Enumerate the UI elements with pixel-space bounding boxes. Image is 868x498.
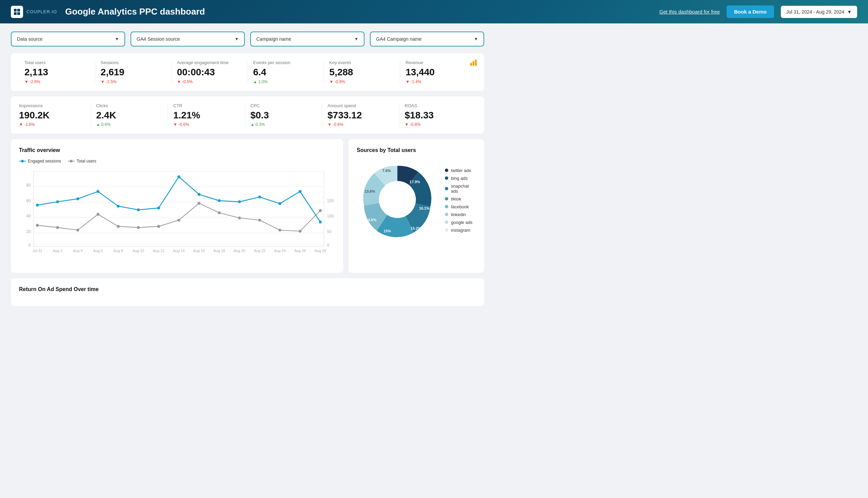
logo-area: COUPLER.IO [11,6,57,18]
svg-point-52 [36,204,39,207]
svg-rect-5 [473,61,475,66]
sources-legend: twitter ads bing ads snapchat ads tiktok [445,168,476,233]
kpi-revenue-label: Revenue [405,60,471,65]
kpi-amount-spend: Amount spend $733.12 ▼ -0.6% [322,103,399,127]
svg-text:Aug 14: Aug 14 [173,249,185,253]
kpi-total-users-change: ▼ -2.6% [24,79,90,84]
svg-text:0: 0 [327,243,329,248]
svg-text:60: 60 [26,198,31,203]
svg-point-58 [157,207,160,210]
kpi-amount-spend-label: Amount spend [328,103,393,108]
filters-row: Data source ▼ GA4 Session source ▼ Campa… [11,31,484,47]
charts-row: Traffic overview Engaged sessions Total … [11,139,484,273]
svg-point-44 [177,219,181,222]
kpi-impressions-change: ▼ -1.6% [19,122,85,127]
kpi-total-users-label: Total users [24,60,90,65]
legend-dot-bing [445,176,448,180]
svg-rect-6 [475,60,477,66]
ga4-campaign-name-filter[interactable]: GA4 Campaign name ▼ [370,31,484,47]
svg-rect-2 [14,12,17,15]
traffic-chart-card: Traffic overview Engaged sessions Total … [11,139,343,273]
kpi-roas-change: ▼ -0.8% [405,122,471,127]
svg-rect-3 [17,12,20,15]
svg-point-49 [278,228,281,232]
kpi-avg-engagement-label: Average engagement time [177,60,242,65]
get-dashboard-link[interactable]: Get this dashboard for free [659,9,720,15]
kpi-key-events-label: Key events [329,60,394,65]
legend-total-users-label: Total users [77,159,96,163]
svg-text:0: 0 [28,243,31,248]
legend-label-tiktok: tiktok [451,196,461,201]
kpi-cpc: CPC $0.3 ▲ 0.3% [245,103,322,127]
legend-instagram: instagram [445,228,476,233]
ga4-session-source-arrow: ▼ [235,37,239,41]
traffic-chart-svg: 0 20 40 60 80 0 50 100 150 Jul 31 Aug 2 … [19,168,335,263]
svg-point-55 [97,190,100,193]
kpi-sessions-change: ▼ -2.5% [101,79,166,84]
svg-point-43 [157,225,160,228]
legend-bing-ads: bing ads [445,176,476,181]
legend-label-facebook: facebook [451,204,469,209]
kpi-roas: ROAS $18.33 ▼ -0.8% [399,103,476,127]
svg-point-70 [379,181,416,218]
svg-text:Aug 24: Aug 24 [274,249,285,253]
svg-text:Aug 12: Aug 12 [153,249,164,253]
sources-chart-card: Sources by Total users [349,139,484,273]
ga4-campaign-name-label: GA4 Campaign name [376,36,422,42]
traffic-chart-title: Traffic overview [19,147,335,153]
kpi-clicks-change: ▲ 0.6% [96,122,162,127]
legend-label-bing: bing ads [451,176,468,181]
svg-point-60 [198,193,201,196]
date-range-label: Jul 31, 2024 - Aug 29, 2024 [786,9,844,15]
svg-point-66 [319,221,322,224]
legend-label-instagram: instagram [451,228,470,233]
legend-label-google-ads: google ads [451,220,473,225]
svg-point-46 [218,211,221,214]
svg-point-53 [56,200,59,204]
svg-text:Aug 6: Aug 6 [93,249,103,253]
svg-point-37 [36,224,39,227]
legend-tiktok: tiktok [445,196,476,201]
page-title: Google Analytics PPC dashboard [65,6,651,17]
kpi-clicks: Clicks 2.4K ▲ 0.6% [91,103,168,127]
campaign-name-filter[interactable]: Campaign name ▼ [250,31,364,47]
svg-text:40: 40 [26,214,31,219]
traffic-chart-legend: Engaged sessions Total users [19,159,335,163]
main-content: Data source ▼ GA4 Session source ▼ Campa… [0,23,495,314]
traffic-chart-container: 0 20 40 60 80 0 50 100 150 Jul 31 Aug 2 … [19,168,335,265]
legend-total-users: Total users [68,159,96,163]
svg-text:Aug 28: Aug 28 [314,249,326,253]
kpi-revenue-value: 13,440 [405,66,471,78]
kpi-cpc-label: CPC [251,103,317,108]
kpi-roas-label: ROAS [405,103,471,108]
kpi-ctr: CTR 1.21% ▼ -0.6% [168,103,245,127]
kpi-key-events-value: 5,288 [329,66,394,78]
legend-label-linkedin: linkedin [451,212,466,217]
campaign-name-label: Campaign name [256,36,291,42]
legend-dot-twitter [445,169,448,172]
svg-rect-0 [14,9,17,12]
header: COUPLER.IO Google Analytics PPC dashboar… [0,0,868,23]
roas-section-title: Return On Ad Spend Over time [19,286,476,292]
svg-point-40 [97,213,100,216]
kpi-events-per-session: Events per session 6.4 ▲ 1.0% [248,60,324,84]
ga4-session-source-filter[interactable]: GA4 Session source ▼ [131,31,245,47]
svg-point-38 [56,226,59,229]
svg-point-65 [299,190,302,193]
svg-text:15%: 15% [384,229,391,233]
date-range-picker[interactable]: Jul 31, 2024 - Aug 29, 2024 ▼ [781,6,857,18]
kpi-impressions-value: 190.2K [19,109,85,121]
book-demo-button[interactable]: Book a Demo [726,5,774,18]
legend-dot-instagram [445,228,448,232]
legend-dot-tiktok [445,197,448,200]
kpi-roas-value: $18.33 [405,109,471,121]
donut-chart-wrapper: 17.9% 16.1% 15.2% 15% 14.6% 13.6% 7.6% [357,159,438,241]
kpi-avg-engagement-value: 00:00:43 [177,66,242,78]
svg-text:Aug 26: Aug 26 [294,249,306,253]
ga4-campaign-name-arrow: ▼ [474,37,478,41]
svg-text:80: 80 [26,183,31,188]
kpi-impressions: Impressions 190.2K ▼ -1.6% [19,103,91,127]
data-source-filter[interactable]: Data source ▼ [11,31,125,47]
legend-snapchat-ads: snapchat ads [445,184,476,194]
kpi-amount-spend-change: ▼ -0.6% [328,122,393,127]
